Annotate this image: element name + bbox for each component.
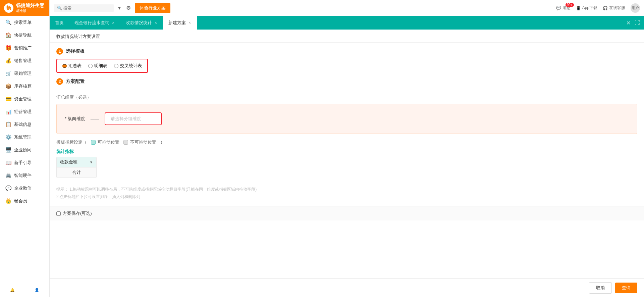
sidebar-item-label: 智能硬件 (14, 172, 32, 179)
hint-line1: 提示： 1.拖动标题栏可以调整布局，不可跨维度或指标区域拖动栏目字段(只能在同一… (56, 186, 637, 193)
dimension-title-text: 汇总维度（必选） (56, 95, 91, 100)
sidebar-item-system[interactable]: ⚙️ 系统管理 (0, 131, 49, 144)
hint-line2: 2.点击标题栏下拉可设置排序、插入列和删除列 (56, 193, 637, 201)
service-item[interactable]: 🎧 在线客服 (603, 5, 625, 11)
radio-cross-label: 交叉统计表 (120, 63, 142, 69)
tab-home-label: 首页 (55, 20, 64, 26)
search-input[interactable] (63, 6, 110, 10)
bell-icon: 🔔 (10, 288, 15, 292)
sidebar-item-basic-info[interactable]: 📋 基础信息 (0, 118, 49, 131)
dimension-selector[interactable]: 请选择分组维度 (105, 112, 162, 125)
movable-legend: 可拖动位置 (91, 139, 119, 145)
sidebar-menu: 🔍 搜索菜单 🏠 快捷导航 🎁 营销推广 💰 销售管理 🛒 采购管理 📦 库存核… (0, 16, 49, 283)
arrow-icon: —— (91, 116, 99, 121)
monitor-icon: 🖥️ (5, 147, 11, 153)
sidebar-item-wechat[interactable]: 💬 企业微信 (0, 182, 49, 195)
crown-icon: 👑 (5, 198, 11, 204)
sidebar-item-label: 企业微信 (14, 185, 32, 191)
sidebar-item-label: 基础信息 (14, 121, 32, 128)
search-bar[interactable]: 🔍 (54, 4, 114, 12)
radio-detail[interactable]: 明细表 (88, 63, 107, 69)
sidebar-item-label: 企业协同 (14, 147, 32, 153)
dimension-area: * 纵向维度 —— 请选择分组维度 (56, 104, 637, 134)
tab-bank-flow-label: 现金银行流水查询 (74, 20, 109, 26)
tab-receipt-stats[interactable]: 收款情况统计 × (120, 16, 163, 30)
metrics-section: 模板指标设定（ 可拖动位置 不可拖动位置 ） 统计指标 收款金额 (50, 139, 644, 183)
expand-button[interactable]: ⛶ (633, 18, 641, 27)
tab-bank-flow[interactable]: 现金银行流水查询 × (69, 16, 120, 30)
sidebar-item-member[interactable]: 👑 畅会员 (0, 195, 49, 207)
sidebar-item-quick-nav[interactable]: 🏠 快捷导航 (0, 29, 49, 42)
metrics-col-header[interactable]: 收款金额 ▼ (57, 157, 96, 167)
sidebar-item-sales[interactable]: 💰 销售管理 (0, 54, 49, 67)
fixed-dot (123, 140, 128, 145)
dimension-section-title: 汇总维度（必选） (56, 94, 637, 100)
dimension-placeholder: 请选择分组维度 (111, 116, 141, 121)
close-all-button[interactable]: ✕ (625, 18, 632, 28)
logo-icon: 畅 (4, 3, 13, 13)
search-dropdown-button[interactable]: ▾ (117, 3, 122, 12)
sidebar-item-operation[interactable]: 📊 经营管理 (0, 105, 49, 118)
hint-section: 提示： 1.拖动标题栏可以调整布局，不可跨维度或指标区域拖动栏目字段(只能在同一… (50, 183, 644, 206)
cancel-button[interactable]: 取消 (589, 282, 612, 294)
row-value-text: 合计 (72, 170, 81, 175)
radio-summary[interactable]: 汇总表 (62, 63, 82, 69)
step1-section: 1 选择模板 汇总表 明细表 交叉统计表 (50, 43, 644, 78)
box-icon: 📦 (5, 83, 11, 89)
radio-cross-input[interactable] (114, 64, 118, 68)
sidebar-item-purchase[interactable]: 🛒 采购管理 (0, 67, 49, 80)
sidebar-logo: 畅 畅捷通好生意 标准版 (0, 0, 49, 16)
movable-label: 可拖动位置 (98, 139, 119, 145)
settings-gear-icon[interactable]: ⚙ (125, 3, 132, 12)
mobile-icon: 📱 (576, 6, 581, 10)
avatar-text: 用户 (632, 5, 639, 10)
metrics-header: 模板指标设定（ 可拖动位置 不可拖动位置 ） (56, 139, 637, 145)
step2-section: 2 方案配置 (50, 78, 644, 94)
sidebar-footer-feedback[interactable]: 🔔 (0, 286, 25, 294)
tab-bank-flow-close[interactable]: × (111, 20, 115, 26)
gear-icon: ⚙️ (5, 134, 11, 140)
step2-title: 方案配置 (66, 79, 85, 85)
sidebar-item-inventory[interactable]: 📦 库存核算 (0, 80, 49, 93)
sidebar-item-marketing[interactable]: 🎁 营销推广 (0, 42, 49, 54)
wechat-icon: 💬 (5, 185, 11, 191)
user-avatar[interactable]: 用户 (631, 3, 640, 13)
col-header-label: 收款金额 (60, 159, 77, 165)
step1-title: 选择模板 (66, 48, 85, 54)
tab-new-plan[interactable]: 新建方案 × (163, 16, 197, 30)
sidebar-footer: 🔔 👤 (0, 283, 49, 297)
tab-receipt-stats-close[interactable]: × (154, 20, 158, 26)
industry-plan-button[interactable]: 体验行业方案 (135, 3, 170, 13)
tabbar: 首页 现金银行流水查询 × 收款情况统计 × 新建方案 × ✕ ⛶ (50, 16, 644, 30)
chart-icon: 📊 (5, 109, 11, 115)
sidebar-footer-profile[interactable]: 👤 (25, 286, 50, 294)
sidebar-item-finance[interactable]: 💳 资金管理 (0, 93, 49, 105)
closing-paren: ） (160, 139, 165, 145)
download-item[interactable]: 📱 App下载 (576, 5, 597, 11)
message-item[interactable]: 💬 消息 99+ (556, 5, 571, 11)
dimension-config: 汇总维度（必选） * 纵向维度 —— 请选择分组维度 (50, 94, 644, 139)
sidebar-item-hardware[interactable]: 🖨️ 智能硬件 (0, 169, 49, 182)
tab-new-plan-close[interactable]: × (188, 20, 192, 26)
radio-cross[interactable]: 交叉统计表 (114, 63, 142, 69)
sidebar-item-search-menu[interactable]: 🔍 搜索菜单 (0, 16, 49, 29)
col-dropdown-icon[interactable]: ▼ (90, 160, 93, 164)
main-area: 🔍 ▾ ⚙ 体验行业方案 💬 消息 99+ 📱 App下载 🎧 在线客服 用户 (50, 0, 644, 297)
info-icon: 📋 (5, 121, 11, 128)
sidebar-item-guide[interactable]: 📖 新手引导 (0, 156, 49, 169)
save-checkbox-label[interactable]: 方案保存(可选) (56, 210, 92, 216)
page-header: 收款情况统计方案设置 (50, 30, 644, 43)
tab-home[interactable]: 首页 (50, 16, 69, 30)
sidebar-item-enterprise[interactable]: 🖥️ 企业协同 (0, 144, 49, 156)
sales-icon: 💰 (5, 58, 11, 64)
radio-detail-input[interactable] (88, 64, 93, 68)
content-area: 收款情况统计方案设置 1 选择模板 汇总表 明细表 (50, 30, 644, 278)
query-button[interactable]: 查询 (615, 283, 637, 293)
radio-summary-input[interactable] (62, 64, 67, 68)
search-icon: 🔍 (57, 6, 62, 10)
radio-detail-label: 明细表 (94, 63, 107, 69)
metrics-group-title: 统计指标 (56, 149, 637, 155)
save-checkbox[interactable] (56, 211, 61, 216)
sidebar-item-label: 采购管理 (14, 70, 32, 77)
home-icon: 🏠 (5, 32, 11, 38)
